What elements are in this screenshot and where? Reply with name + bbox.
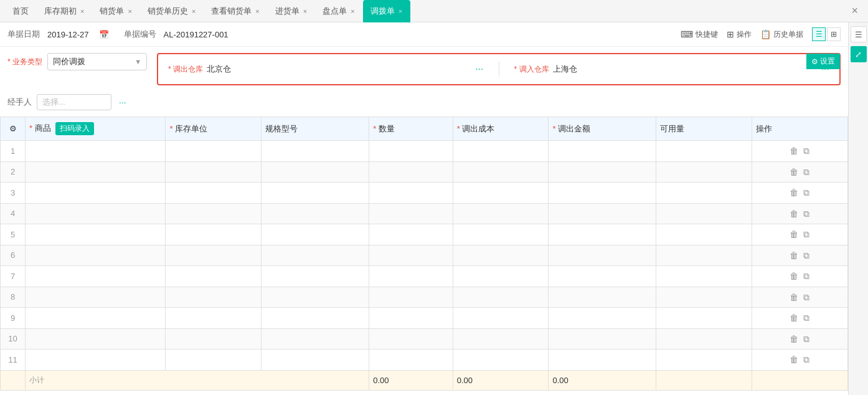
shortcut-btn[interactable]: ⌨ 快捷键 bbox=[681, 29, 718, 40]
col-unit: 库存单位 bbox=[166, 117, 262, 141]
warehouse-in-label: 调入仓库 bbox=[514, 64, 549, 75]
business-type-select[interactable]: 同价调拨 ▼ bbox=[47, 53, 147, 70]
tab-purchase-order[interactable]: 进货单 × bbox=[268, 0, 315, 22]
delete-row-2-btn[interactable]: 🗑 bbox=[788, 166, 800, 178]
table-row: 9🗑⧉ bbox=[1, 308, 848, 329]
tab-sales-history[interactable]: 销货单历史 × bbox=[140, 0, 204, 22]
copy-row-5-btn[interactable]: ⧉ bbox=[800, 229, 813, 241]
copy-row-1-btn[interactable]: ⧉ bbox=[800, 145, 813, 158]
col-product: 商品 扫码录入 bbox=[26, 117, 166, 141]
person-more-btn[interactable]: ··· bbox=[119, 97, 126, 107]
delete-row-3-btn[interactable]: 🗑 bbox=[788, 186, 800, 199]
warehouse-in-field: 调入仓库 上海仓 ··· bbox=[514, 64, 830, 75]
warehouse-out-more-btn[interactable]: ··· bbox=[475, 64, 483, 75]
scan-entry-btn[interactable]: 扫码录入 bbox=[55, 122, 94, 135]
delete-row-6-btn[interactable]: 🗑 bbox=[788, 249, 800, 262]
business-type-field: 业务类型 同价调拨 ▼ bbox=[7, 53, 147, 70]
warehouse-separator bbox=[499, 62, 499, 77]
tab-inventory-check[interactable]: 盘点单 × bbox=[315, 0, 362, 22]
col-action: 操作 bbox=[752, 117, 848, 141]
close-tab-inventory-init[interactable]: × bbox=[80, 7, 84, 15]
copy-row-11-btn[interactable]: ⧉ bbox=[800, 354, 813, 366]
sidebar-list-icon[interactable]: ☰ bbox=[851, 26, 867, 42]
table-row: 2🗑⧉ bbox=[1, 161, 848, 183]
doc-number-label: 单据编号 bbox=[124, 29, 156, 40]
list-view-btn[interactable]: ☰ bbox=[812, 27, 826, 41]
delete-row-5-btn[interactable]: 🗑 bbox=[788, 228, 800, 240]
table-header: ⚙ 商品 扫码录入 库存单位 规格型号 数量 调出成本 bbox=[1, 117, 848, 141]
delete-row-8-btn[interactable]: 🗑 bbox=[788, 291, 800, 303]
tab-home[interactable]: 首页 bbox=[5, 0, 37, 22]
col-qty: 数量 bbox=[369, 117, 453, 141]
shortcut-icon: ⌨ bbox=[681, 29, 693, 39]
window-close-button[interactable]: × bbox=[846, 4, 863, 17]
main-content: 单据日期 2019-12-27 📅 单据编号 AL-20191227-001 ⌨… bbox=[0, 22, 848, 395]
col-gear[interactable]: ⚙ bbox=[1, 117, 26, 141]
calendar-icon[interactable]: 📅 bbox=[99, 30, 109, 39]
business-type-value: 同价调拨 bbox=[53, 56, 132, 67]
close-tab-transfer-order[interactable]: × bbox=[399, 7, 402, 15]
col-cost: 调出成本 bbox=[453, 117, 549, 141]
warehouse-out-field: 调出仓库 北京仓 ··· bbox=[168, 64, 484, 75]
copy-row-3-btn[interactable]: ⧉ bbox=[800, 187, 813, 199]
doc-number-value: AL-20191227-001 bbox=[164, 30, 229, 39]
close-tab-sales-history[interactable]: × bbox=[192, 7, 196, 15]
operation-btn[interactable]: ⊞ 操作 bbox=[727, 29, 752, 40]
person-row: 经手人 选择... ··· bbox=[0, 92, 848, 117]
table-row: 11🗑⧉ bbox=[1, 350, 848, 371]
copy-row-4-btn[interactable]: ⧉ bbox=[800, 207, 813, 220]
right-sidebar: ☰ ⤢ bbox=[848, 22, 868, 395]
business-type-label: 业务类型 bbox=[7, 57, 42, 67]
delete-row-7-btn[interactable]: 🗑 bbox=[788, 270, 800, 282]
history-btn[interactable]: 📋 历史单据 bbox=[760, 29, 803, 40]
form-area: 业务类型 同价调拨 ▼ 调出仓库 北京仓 ··· 调入仓库 上海仓 ··· ⚙ … bbox=[0, 47, 848, 92]
copy-row-2-btn[interactable]: ⧉ bbox=[800, 166, 813, 178]
tab-sales-order[interactable]: 销货单 × bbox=[92, 0, 139, 22]
delete-row-11-btn[interactable]: 🗑 bbox=[788, 353, 800, 366]
close-tab-purchase-order[interactable]: × bbox=[303, 7, 307, 15]
transfer-table: ⚙ 商品 扫码录入 库存单位 规格型号 数量 调出成本 bbox=[0, 117, 848, 391]
subtotal-row: 小计 0.00 0.00 0.00 bbox=[1, 370, 848, 390]
subtotal-amount: 0.00 bbox=[552, 376, 568, 385]
close-tab-inventory-check[interactable]: × bbox=[351, 7, 354, 15]
col-spec: 规格型号 bbox=[262, 117, 369, 141]
copy-row-7-btn[interactable]: ⧉ bbox=[800, 270, 813, 283]
copy-row-8-btn[interactable]: ⧉ bbox=[800, 291, 813, 303]
copy-row-9-btn[interactable]: ⧉ bbox=[800, 312, 813, 325]
close-tab-sales-order[interactable]: × bbox=[128, 7, 131, 15]
grid-view-btn[interactable]: ⊞ bbox=[827, 27, 841, 41]
chevron-down-icon: ▼ bbox=[134, 58, 141, 65]
close-tab-view-sales[interactable]: × bbox=[255, 7, 259, 15]
col-amount: 调出金额 bbox=[549, 117, 656, 141]
warehouse-section: 调出仓库 北京仓 ··· 调入仓库 上海仓 ··· ⚙ 设置 bbox=[157, 53, 841, 85]
table-row: 1🗑⧉ bbox=[1, 141, 848, 162]
toolbar-actions: ⌨ 快捷键 ⊞ 操作 📋 历史单据 ☰ ⊞ bbox=[681, 27, 841, 41]
settings-button[interactable]: ⚙ 设置 bbox=[806, 54, 840, 69]
subtotal-cost: 0.00 bbox=[457, 376, 473, 385]
tab-transfer-order[interactable]: 调拨单 × bbox=[363, 0, 410, 22]
table-row: 4🗑⧉ bbox=[1, 203, 848, 224]
table-row: 5🗑⧉ bbox=[1, 224, 848, 245]
copy-row-10-btn[interactable]: ⧉ bbox=[800, 333, 813, 345]
warehouse-out-value: 北京仓 bbox=[207, 64, 469, 75]
person-label: 经手人 bbox=[7, 97, 32, 108]
table-row: 6🗑⧉ bbox=[1, 245, 848, 266]
warehouse-out-label: 调出仓库 bbox=[168, 64, 203, 75]
delete-row-9-btn[interactable]: 🗑 bbox=[788, 312, 800, 324]
subtotal-label: 小计 bbox=[29, 376, 44, 384]
date-value: 2019-12-27 bbox=[47, 30, 89, 39]
person-select[interactable]: 选择... bbox=[37, 94, 111, 110]
operation-icon: ⊞ bbox=[727, 29, 734, 39]
tab-view-sales[interactable]: 查看销货单 × bbox=[204, 0, 267, 22]
delete-row-1-btn[interactable]: 🗑 bbox=[788, 145, 800, 157]
table-row: 3🗑⧉ bbox=[1, 183, 848, 204]
date-label: 单据日期 bbox=[7, 29, 40, 40]
tab-inventory-init[interactable]: 库存期初 × bbox=[37, 0, 92, 22]
sidebar-expand-icon[interactable]: ⤢ bbox=[851, 46, 867, 62]
table-container: ⚙ 商品 扫码录入 库存单位 规格型号 数量 调出成本 bbox=[0, 117, 848, 395]
table-body: 1🗑⧉ 2🗑⧉ 3🗑⧉ 4🗑⧉ 5🗑⧉ 6🗑⧉ 7🗑⧉ 8🗑⧉ 9🗑⧉ 10🗑⧉… bbox=[1, 141, 848, 391]
view-toggle: ☰ ⊞ bbox=[812, 27, 841, 41]
copy-row-6-btn[interactable]: ⧉ bbox=[800, 249, 813, 262]
delete-row-4-btn[interactable]: 🗑 bbox=[788, 207, 800, 220]
delete-row-10-btn[interactable]: 🗑 bbox=[788, 333, 800, 345]
